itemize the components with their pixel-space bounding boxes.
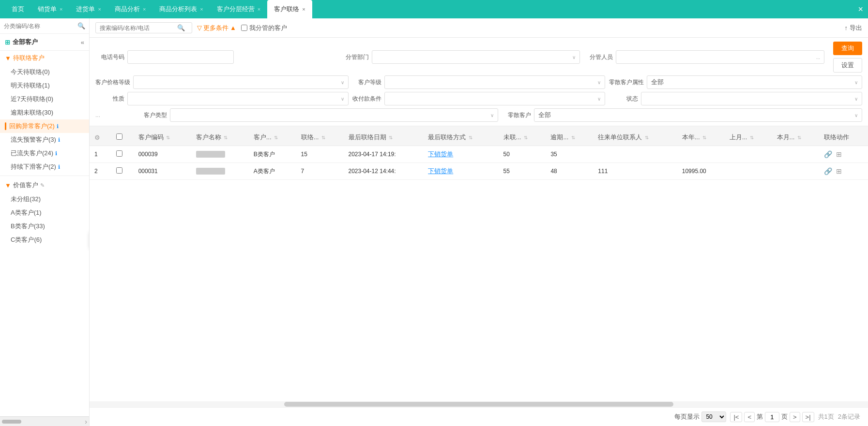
sidebar-item-class-b[interactable]: B类客户(33) <box>0 220 89 233</box>
row2-method-link[interactable]: 下销货单 <box>428 167 453 175</box>
nav-home[interactable]: 首页 <box>5 0 31 18</box>
filter-more-btn[interactable]: ... <box>95 112 100 118</box>
main-search-input[interactable] <box>100 25 177 31</box>
filter-status: 状态 ∨ <box>609 92 862 105</box>
nav-customer-tier[interactable]: 客户分层经营 × <box>210 0 267 18</box>
nav-sales[interactable]: 销货单 × <box>31 0 69 18</box>
overdue-sort-icon[interactable]: ⇅ <box>571 135 575 140</box>
info-icon-churned[interactable]: ℹ <box>55 150 57 157</box>
sidebar-item-declining[interactable]: 持续下滑客户(2) ℹ <box>0 160 89 174</box>
scatter-customer-select[interactable]: 全部 ∨ <box>534 108 862 122</box>
nav-purchase[interactable]: 进货单 × <box>69 0 107 18</box>
sidebar-item-7days-contact[interactable]: 近7天待联络(0) <box>0 92 89 106</box>
sidebar-collapse-btn[interactable]: « <box>81 39 84 46</box>
info-icon-declining[interactable]: ℹ <box>58 164 60 170</box>
row2-select-checkbox[interactable] <box>116 167 122 174</box>
sidebar-section2-header[interactable]: ▼ 价值客户 ✎ <box>0 178 89 192</box>
price-tier-caret-icon: ∨ <box>341 80 344 85</box>
close-customer-tier-tab[interactable]: × <box>258 6 260 12</box>
horizontal-scrollbar[interactable] <box>90 401 868 407</box>
payment-terms-select[interactable]: ∨ <box>384 92 606 105</box>
sidebar-item-repurchase-abnormal[interactable]: 回购异常客户(2) ℹ <box>0 119 89 133</box>
type-sort-icon[interactable]: ⇅ <box>274 135 278 140</box>
close-all-tabs[interactable]: × <box>858 4 863 15</box>
unit-contact-sort-icon[interactable]: ⇅ <box>645 135 649 140</box>
row1-checkbox <box>111 146 134 163</box>
settings-button[interactable]: 设置 <box>833 58 862 73</box>
close-purchase-tab[interactable]: × <box>98 6 101 12</box>
nav-goods-analysis[interactable]: 商品分析 × <box>108 0 152 18</box>
h-scroll-thumb[interactable] <box>284 402 673 407</box>
close-sales-tab[interactable]: × <box>60 6 62 12</box>
price-tier-select[interactable]: ∨ <box>133 75 349 89</box>
close-goods-analysis-list-tab[interactable]: × <box>200 6 203 12</box>
edit-icon[interactable]: ✎ <box>40 182 45 189</box>
close-customer-contact-tab[interactable]: × <box>302 6 305 12</box>
query-button[interactable]: 查询 <box>833 42 862 55</box>
sidebar-item-tomorrow-contact[interactable]: 明天待联络(1) <box>0 79 89 92</box>
contact-sort-icon[interactable]: ⇅ <box>321 135 325 140</box>
sidebar-item-overdue-contact[interactable]: 逾期未联络(30) <box>0 106 89 119</box>
nav-customer-contact[interactable]: 客户联络 × <box>267 0 312 18</box>
sidebar-item-today-contact[interactable]: 今天待联络(0) <box>0 65 89 79</box>
export-btn[interactable]: ↑ 导出 <box>845 24 863 32</box>
my-customers-checkbox[interactable] <box>241 25 247 31</box>
sidebar-right-arrow[interactable]: › <box>85 418 87 426</box>
close-goods-analysis-tab[interactable]: × <box>143 6 146 12</box>
page-number-input[interactable] <box>765 412 779 422</box>
last-method-sort-icon[interactable]: ⇅ <box>469 135 472 140</box>
sidebar-search-input[interactable] <box>4 23 77 29</box>
sidebar-item-unclassified[interactable]: 未分组(32) <box>0 192 89 206</box>
status-caret-icon: ∨ <box>854 96 858 102</box>
sidebar-item-churned[interactable]: 已流失客户(24) ℹ <box>0 147 89 160</box>
status-select[interactable]: ∨ <box>641 92 862 105</box>
nav-goods-analysis-list[interactable]: 商品分析列表 × <box>152 0 210 18</box>
row2-last-date: 2023-04-12 14:44: <box>344 163 424 180</box>
col-unit-contact-header: 往来单位联系人 ⇅ <box>593 129 677 146</box>
customer-type-caret-icon: ∨ <box>490 113 494 118</box>
phone-input[interactable] <box>127 50 234 64</box>
row2-this-year: 10995.00 <box>677 163 725 180</box>
manager-select[interactable]: ... <box>616 50 824 64</box>
row1-name-blur <box>196 151 225 158</box>
sidebar-search-icon[interactable]: 🔍 <box>77 22 85 29</box>
sidebar-item-churn-warning[interactable]: 流失预警客户(3) ℹ <box>0 133 89 147</box>
last-date-sort-icon[interactable]: ⇅ <box>389 135 393 140</box>
row1-actions: 🔗 ⊞ <box>819 146 868 163</box>
col-unprocessed-header: 未联... ⇅ <box>499 129 546 146</box>
this-month-sort-icon[interactable]: ⇅ <box>797 135 801 140</box>
sidebar-item-class-a[interactable]: A类客户(1) <box>0 206 89 220</box>
customer-type-select[interactable]: ∨ <box>170 108 498 122</box>
row2-grid-action-icon[interactable]: ⊞ <box>836 167 842 175</box>
row1-link-action-icon[interactable]: 🔗 <box>824 150 832 158</box>
code-sort-icon[interactable]: ⇅ <box>166 135 170 140</box>
row1-select-checkbox[interactable] <box>116 150 122 157</box>
next-page-btn[interactable]: > <box>790 412 800 422</box>
customer-tier-select[interactable]: ∨ <box>384 75 606 89</box>
table-settings-icon[interactable]: ⚙ <box>94 134 100 141</box>
nature-select[interactable]: ∨ <box>127 92 349 105</box>
unprocessed-sort-icon[interactable]: ⇅ <box>524 135 528 140</box>
section-arrow-icon: ▼ <box>5 55 11 62</box>
row2-link-action-icon[interactable]: 🔗 <box>824 167 832 175</box>
select-all-checkbox[interactable] <box>116 133 122 140</box>
scatter-attr-select[interactable]: 全部 ∨ <box>647 75 862 89</box>
info-icon-repurchase[interactable]: ℹ <box>57 123 59 130</box>
row1-method-link[interactable]: 下销货单 <box>428 150 453 158</box>
main-search-icon[interactable]: 🔍 <box>177 24 185 31</box>
prev-page-btn[interactable]: < <box>744 412 755 422</box>
row1-grid-action-icon[interactable]: ⊞ <box>836 150 842 158</box>
per-page-select[interactable]: 20 50 100 <box>701 411 726 422</box>
sidebar-section-pending-contact[interactable]: ▼ 待联络客户 <box>0 51 89 65</box>
last-page-btn[interactable]: >| <box>802 412 814 422</box>
last-month-sort-icon[interactable]: ⇅ <box>750 135 754 140</box>
name-sort-icon[interactable]: ⇅ <box>224 135 228 140</box>
dept-select[interactable]: ∨ <box>372 50 580 64</box>
more-conditions-btn[interactable]: ▽ 更多条件 ▲ <box>197 24 236 32</box>
table-wrapper: ⚙ 客户编码 ⇅ 客户名称 ⇅ <box>90 129 868 401</box>
this-year-sort-icon[interactable]: ⇅ <box>702 135 706 140</box>
toolbar: 🔍 ▽ 更多条件 ▲ 我分管的客户 ↑ 导出 <box>90 18 868 38</box>
first-page-btn[interactable]: |< <box>730 412 742 422</box>
info-icon-churn-warning[interactable]: ℹ <box>58 137 60 143</box>
sidebar-item-class-c[interactable]: C类客户(6) <box>0 233 89 247</box>
